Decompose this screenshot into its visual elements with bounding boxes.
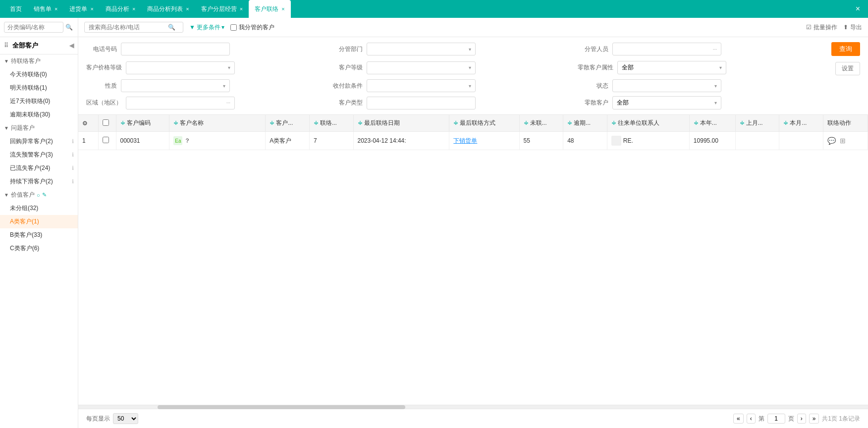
col-resize-code[interactable] <box>167 115 169 131</box>
sort-overdue-icon[interactable]: ≑ <box>567 119 572 126</box>
nav-tab-purchase[interactable]: 进货单 × <box>63 0 99 18</box>
sidebar-item-class-c[interactable]: C类客户(6) <box>0 242 78 255</box>
close-customer-tier-tab[interactable]: × <box>240 6 243 12</box>
chat-action-icon[interactable]: 💬 <box>827 137 836 145</box>
col-resize-this-year[interactable] <box>733 115 735 131</box>
col-resize-last-month[interactable] <box>777 115 779 131</box>
filter-bar: 🔍 ▼ 更多条件 ▾ 我分管的客户 ☑ 批量操作 ⬆ 导出 <box>78 18 868 37</box>
sidebar-item-repurchase-abnormal[interactable]: 回购异常客户(2) ℹ <box>0 135 78 148</box>
close-sales-tab[interactable]: × <box>54 6 57 12</box>
setting-button[interactable]: 设置 <box>835 62 860 75</box>
page-number-input[interactable] <box>767 414 785 424</box>
sort-this-month-icon[interactable]: ≑ <box>783 119 788 126</box>
sort-last-month-icon[interactable]: ≑ <box>740 119 745 126</box>
sidebar-item-declining[interactable]: 持续下滑客户(2) ℹ <box>0 175 78 188</box>
col-settings[interactable]: ⚙ <box>78 115 98 132</box>
filter-search-input[interactable] <box>89 24 168 31</box>
sort-code-icon[interactable]: ≑ <box>120 119 125 126</box>
nav-tab-analysis[interactable]: 商品分析 × <box>100 0 141 18</box>
sidebar-item-class-b[interactable]: B类客户(33) <box>0 228 78 242</box>
col-resize-overdue[interactable] <box>605 115 607 131</box>
scroll-thumb[interactable] <box>158 405 405 409</box>
sort-this-year-icon[interactable]: ≑ <box>694 119 699 126</box>
sidebar-collapse-icon[interactable]: ◀ <box>69 42 74 49</box>
filter-my-customers[interactable]: 我分管的客户 <box>230 23 274 32</box>
sidebar-item-overdue[interactable]: 逾期未联络(30) <box>0 108 78 121</box>
section-value-customers[interactable]: ▼ 价值客户 ○ ✎ <box>0 188 78 202</box>
horizontal-scrollbar[interactable] <box>78 405 868 409</box>
sidebar-item-churned[interactable]: 已流失客户(24) ℹ <box>0 161 78 175</box>
filter-more-conditions[interactable]: ▼ 更多条件 ▾ <box>189 23 224 32</box>
retail-attr-select[interactable]: 全部 ▾ <box>617 61 726 74</box>
section-pending-contact[interactable]: ▼ 待联络客户 <box>0 54 78 68</box>
dept-select[interactable]: ▾ <box>367 43 476 55</box>
nav-tab-analysis-list[interactable]: 商品分析列表 × <box>141 0 195 18</box>
last-method-link[interactable]: 下销货单 <box>453 137 477 144</box>
section-problem-customers[interactable]: ▼ 问题客户 <box>0 121 78 135</box>
batch-operation-button[interactable]: ☑ 批量操作 <box>806 23 837 32</box>
select-all-checkbox[interactable] <box>103 119 109 126</box>
sort-no-contact-icon[interactable]: ≑ <box>524 119 529 126</box>
col-resize-name[interactable] <box>263 115 265 131</box>
col-resize-contact[interactable] <box>351 115 353 131</box>
nav-tab-customer-contact[interactable]: 客户联络 × <box>249 0 290 18</box>
phone-input[interactable] <box>121 43 230 55</box>
add-group-icon[interactable]: ○ <box>37 192 40 198</box>
row-checkbox-cell[interactable] <box>98 132 116 150</box>
per-page-select[interactable]: 50 100 200 <box>113 413 138 424</box>
filter-search-box[interactable]: 🔍 <box>84 22 183 33</box>
close-analysis-list-tab[interactable]: × <box>186 6 189 12</box>
customer-level-select[interactable]: ▾ <box>367 61 476 74</box>
nav-tab-sales[interactable]: 销售单 × <box>28 0 63 18</box>
prev-page-btn[interactable]: ‹ <box>747 414 756 424</box>
my-customers-checkbox[interactable] <box>230 24 237 31</box>
customer-type-input[interactable] <box>367 97 476 109</box>
settings-icon[interactable]: ⚙ <box>82 120 88 127</box>
col-resize-this-month[interactable] <box>821 115 823 131</box>
sort-contact-icon[interactable]: ≑ <box>314 119 319 126</box>
sidebar-item-unclassified[interactable]: 未分组(32) <box>0 202 78 215</box>
sort-last-method-icon[interactable]: ≑ <box>453 119 458 126</box>
retail-select[interactable]: 全部 ▾ <box>612 96 721 109</box>
sidebar-item-today[interactable]: 今天待联络(0) <box>0 68 78 81</box>
sort-name-icon[interactable]: ≑ <box>173 119 178 126</box>
next-page-btn[interactable]: › <box>797 414 806 424</box>
nature-select[interactable]: ▾ <box>121 79 230 92</box>
price-level-select[interactable]: ▾ <box>126 61 235 74</box>
close-customer-contact-tab[interactable]: × <box>281 6 284 12</box>
payment-select[interactable]: ▾ <box>367 79 476 92</box>
window-close-button[interactable]: × <box>852 4 864 13</box>
sidebar-item-tomorrow[interactable]: 明天待联络(1) <box>0 81 78 95</box>
row-this-year: 10995.00 <box>689 132 735 150</box>
sidebar-item-churn-warning[interactable]: 流失预警客户(3) ℹ <box>0 148 78 161</box>
sidebar-search-icon[interactable]: 🔍 <box>65 24 73 31</box>
nav-home[interactable]: 首页 <box>4 0 28 18</box>
status-select[interactable]: ▾ <box>612 79 721 92</box>
query-button[interactable]: 查询 <box>831 42 860 56</box>
nav-tab-customer-tier[interactable]: 客户分层经营 × <box>195 0 249 18</box>
sidebar-item-7days[interactable]: 近7天待联络(0) <box>0 95 78 108</box>
col-resize-last-method[interactable] <box>517 115 519 131</box>
sidebar-search-input[interactable] <box>4 22 63 33</box>
edit-group-icon[interactable]: ✎ <box>42 192 47 198</box>
sort-last-date-icon[interactable]: ≑ <box>358 119 363 126</box>
table-row: 1 000031 Ea ？ A类客户 7 20 <box>78 132 868 150</box>
person-select[interactable]: ··· <box>612 43 721 55</box>
sidebar-item-class-a[interactable]: A类客户(1) <box>0 215 78 228</box>
col-checkbox[interactable] <box>98 115 116 132</box>
sort-type-icon[interactable]: ≑ <box>270 119 274 126</box>
total-info: 共1页 1条记录 <box>822 415 860 423</box>
col-resize-no-contact[interactable] <box>561 115 563 131</box>
col-resize-last-date[interactable] <box>447 115 449 131</box>
last-page-btn[interactable]: » <box>809 414 819 424</box>
first-page-btn[interactable]: « <box>733 414 744 424</box>
close-analysis-tab[interactable]: × <box>132 6 135 12</box>
qr-action-icon[interactable]: ⊞ <box>840 137 846 145</box>
export-button[interactable]: ⬆ 导出 <box>843 23 862 32</box>
col-resize-contact2[interactable] <box>687 115 689 131</box>
close-purchase-tab[interactable]: × <box>90 6 93 12</box>
col-resize-type[interactable] <box>307 115 309 131</box>
region-select[interactable]: ··· <box>126 97 235 109</box>
row-checkbox[interactable] <box>103 137 109 143</box>
sort-contact2-icon[interactable]: ≑ <box>611 119 616 126</box>
